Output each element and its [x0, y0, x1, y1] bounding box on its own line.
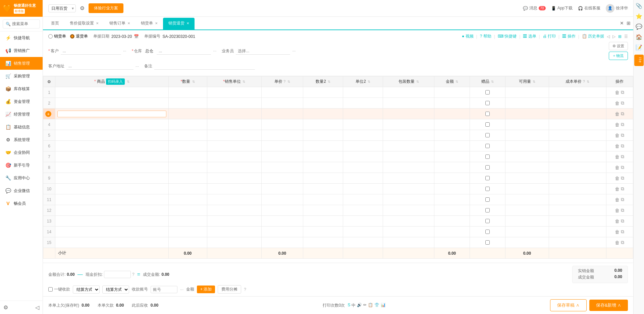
row-1-unit2[interactable]: [343, 87, 383, 98]
toolbar-shortcuts[interactable]: ⌨ 快捷键: [498, 34, 517, 39]
account-no-input[interactable]: [151, 286, 177, 293]
footer-icon-1[interactable]: S: [347, 303, 350, 308]
radio-sale-doc[interactable]: 销货单: [48, 34, 66, 39]
toolbar-next[interactable]: ▷: [612, 34, 615, 39]
row-add-button[interactable]: +: [45, 111, 51, 117]
salesperson-input[interactable]: [236, 48, 290, 55]
radio-return-doc[interactable]: 退货单: [70, 34, 88, 39]
footer-icon-7[interactable]: 📊: [381, 303, 386, 308]
row-3-product[interactable]: [55, 109, 169, 119]
unit2-sort[interactable]: ⇅: [368, 80, 370, 83]
row-3-delete-icon[interactable]: 🗑: [615, 111, 620, 117]
toolbar-history[interactable]: 📋 历史单据: [582, 34, 604, 39]
sidebar-item-marketing[interactable]: 📢 营销推广: [0, 44, 43, 57]
salesperson-more-icon[interactable]: ···: [292, 49, 296, 53]
customer-more-icon[interactable]: ···: [123, 49, 126, 53]
right-sidebar-icon-1[interactable]: 📎: [636, 3, 642, 9]
product-sort[interactable]: ⇅: [127, 80, 129, 83]
footer-icon-4[interactable]: ✏: [363, 303, 367, 308]
row-2-gift[interactable]: [470, 98, 505, 109]
row-3-product-input[interactable]: [57, 111, 166, 117]
row-3-unit[interactable]: [207, 109, 261, 119]
fee-split-button[interactable]: 费用分摊: [218, 285, 241, 294]
calc-method-select[interactable]: 结算方式: [102, 286, 129, 294]
row-1-gift-check[interactable]: [485, 90, 490, 95]
add-payment-button[interactable]: + 添加: [197, 286, 215, 293]
tab-sale[interactable]: 销货单 ✕: [136, 18, 163, 29]
user-profile-item[interactable]: 👤 徐泽华: [606, 4, 628, 13]
row-3-pack-qty[interactable]: [383, 109, 434, 119]
row-3-price[interactable]: [261, 109, 303, 119]
row-3-qty[interactable]: [168, 109, 207, 119]
row-2-unit2[interactable]: [343, 98, 383, 109]
row-1-gift[interactable]: [470, 87, 505, 98]
sidebar-item-newbie[interactable]: 🎯 新手引导: [0, 159, 43, 172]
warehouse-input[interactable]: [157, 48, 211, 55]
row-1-qty[interactable]: [168, 87, 207, 98]
row-3-cost-price[interactable]: [549, 109, 606, 119]
row-3-unit2[interactable]: [343, 109, 383, 119]
price-sort[interactable]: ⇅: [287, 80, 290, 83]
cost-sort[interactable]: ⇅: [587, 80, 589, 83]
setting-button[interactable]: ⚙ 设置: [609, 42, 628, 50]
row-2-pack-qty[interactable]: [383, 98, 434, 109]
app-download-item[interactable]: 📱 App下载: [551, 5, 573, 11]
sidebar-item-basics[interactable]: 📋 基础信息: [0, 121, 43, 133]
save-draft-button[interactable]: 保存草稿 ∧: [550, 299, 587, 311]
qty-sort[interactable]: ⇅: [192, 80, 195, 83]
toolbar-operations[interactable]: ☰ 操作: [562, 34, 575, 39]
row-1-cost-price[interactable]: [549, 87, 606, 98]
available-sort[interactable]: ⇅: [533, 80, 535, 83]
unit-sort[interactable]: ⇅: [243, 80, 245, 83]
toolbar-print[interactable]: 🖨 打印: [543, 34, 556, 39]
row-3-qty2[interactable]: [303, 109, 343, 119]
row-2-copy-icon[interactable]: ⧉: [621, 100, 624, 106]
sidebar-item-purchase[interactable]: 🛒 采购管理: [0, 70, 43, 82]
row-1-delete-icon[interactable]: 🗑: [615, 90, 620, 95]
row-3-gift[interactable]: [470, 109, 505, 119]
notification-item[interactable]: 💬 消息 70: [523, 5, 546, 11]
sidebar-item-wechat[interactable]: 💬 企业微信: [0, 184, 43, 197]
right-sidebar-icon-5[interactable]: 📝: [636, 44, 642, 51]
sidebar-item-enterprise[interactable]: 🤝 企业协同: [0, 146, 43, 159]
cost-price-help-icon[interactable]: ?: [583, 79, 585, 83]
row-1-unit[interactable]: [207, 87, 261, 98]
sidebar-item-inventory[interactable]: 📦 库存核算: [0, 82, 43, 95]
right-sidebar-icon-4[interactable]: 🏠: [636, 34, 642, 40]
one-key-payment-checkbox[interactable]: [48, 287, 53, 292]
tab-sale-order[interactable]: 销售订单 ✕: [104, 18, 136, 29]
price-help-icon[interactable]: ?: [283, 79, 285, 83]
account-more-icon[interactable]: ···: [180, 287, 183, 292]
sidebar-item-system[interactable]: ⚙ 系统管理: [0, 133, 43, 146]
one-key-payment-label[interactable]: 一键收款: [48, 287, 70, 292]
save-new-button[interactable]: 保存&新增 ∧: [589, 300, 628, 311]
gift-sort[interactable]: ⇅: [491, 80, 494, 83]
row-1-available[interactable]: [505, 87, 549, 98]
row-1-price[interactable]: [261, 87, 303, 98]
cash-discount-input[interactable]: [104, 271, 131, 278]
tab-fullscreen-icon[interactable]: ⊞: [627, 20, 631, 26]
right-sidebar-icon-3[interactable]: 💬: [636, 23, 642, 30]
sidebar-item-apps[interactable]: 🔧 应用中心: [0, 172, 43, 184]
row-1-amount[interactable]: [434, 87, 470, 98]
footer-icon-5[interactable]: 📋: [368, 303, 373, 308]
sidebar-item-shortcut[interactable]: ⚡ 快捷导航: [0, 32, 43, 44]
row-2-amount[interactable]: [434, 98, 470, 109]
remark-input[interactable]: [154, 63, 255, 70]
help-icon[interactable]: ?: [132, 272, 135, 277]
toolbar-list-icon[interactable]: ☰: [624, 34, 628, 39]
right-sidebar-icon-2[interactable]: ⭐: [636, 13, 642, 19]
right-sidebar-orange-tab[interactable]: ite: [634, 55, 644, 66]
sidebar-item-finance[interactable]: 💰 资金管理: [0, 95, 43, 108]
logistics-button[interactable]: + 物流: [609, 52, 628, 60]
row-3-amount[interactable]: [434, 109, 470, 119]
warehouse-more-icon[interactable]: ···: [213, 49, 216, 53]
address-more-icon[interactable]: ···: [136, 64, 139, 69]
sidebar-collapse-icon[interactable]: ◁: [35, 304, 39, 311]
row-2-price[interactable]: [261, 98, 303, 109]
sidebar-item-operations[interactable]: 📈 经营管理: [0, 108, 43, 121]
footer-icon-2[interactable]: 中: [352, 303, 356, 308]
customer-input[interactable]: [61, 48, 121, 55]
row-2-cost-price[interactable]: [549, 98, 606, 109]
tab-sale-order-close[interactable]: ✕: [127, 21, 130, 25]
